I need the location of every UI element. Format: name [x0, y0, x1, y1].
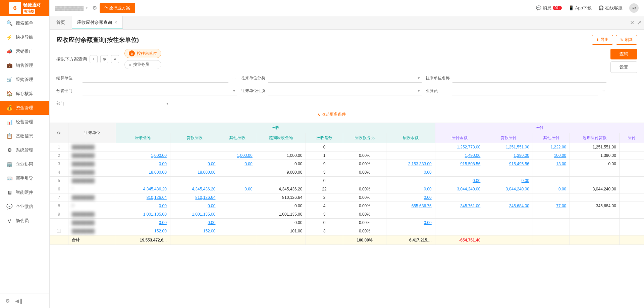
- add-filter-button[interactable]: +: [90, 55, 98, 63]
- sidebar-label-11: 新手引导: [16, 175, 33, 181]
- tab-receivable-query[interactable]: 应收应付余额查询 ×: [72, 16, 123, 29]
- partner-name-blurred: ████████: [72, 220, 95, 225]
- sidebar-collapse-icon[interactable]: ◀❚: [15, 298, 23, 304]
- online-service-button[interactable]: 🎧 在线客服: [598, 5, 623, 11]
- sidebar-icon-10: 🏢: [6, 161, 12, 167]
- user-avatar[interactable]: Rit: [629, 3, 639, 13]
- refresh-icon: ↻: [620, 38, 624, 42]
- table-payable-group-header: 应付: [435, 123, 644, 133]
- data-table-area: ⚙ 往来单位 应收 应付 应收金额贷款应收其他应收超期应收金额应收笔数应收款占比…: [50, 123, 644, 308]
- table-row: 8P0.000.000.0040.00%655,636.75345,761.00…: [50, 202, 644, 210]
- partner-name-blurred: ████████: [72, 178, 95, 183]
- sidebar-item-营销推广[interactable]: 📣营销推广: [0, 44, 49, 58]
- partner-nature-select[interactable]: [268, 86, 422, 95]
- partner-name-field: 往来单位名称: [426, 73, 606, 83]
- refresh-button[interactable]: ↻ 刷新: [616, 35, 637, 45]
- content-area: 应收应付余额查询(按往来单位) ⬆ 导出 ↻ 刷新 按以下方案查询: [50, 30, 644, 308]
- footer-cell-11: [533, 235, 570, 245]
- query-button[interactable]: 查询: [610, 49, 637, 59]
- sidebar-icon-13: 💬: [6, 204, 12, 210]
- sidebar-icon-0: 🔍: [6, 20, 12, 26]
- table-settings-col[interactable]: ⚙: [50, 123, 68, 143]
- dept-select[interactable]: [83, 99, 170, 108]
- sidebar-icon-5: 🏠: [6, 91, 12, 97]
- col-recv-应收笔数: 应收笔数: [306, 133, 343, 143]
- export-button[interactable]: ⬆ 导出: [592, 35, 613, 45]
- sidebar-item-快捷导航[interactable]: ⚡快捷导航: [0, 30, 49, 44]
- filter-by-salesperson-tag[interactable]: ○ 按业务员: [124, 60, 161, 69]
- app-download-icon: 📱: [569, 5, 574, 10]
- settings-filter-button[interactable]: ⊕: [100, 55, 108, 63]
- sidebar-item-基础信息[interactable]: 📋基础信息: [0, 129, 49, 143]
- industry-solution-button[interactable]: 体验行业方案: [100, 3, 135, 13]
- salesperson-input[interactable]: [452, 86, 598, 95]
- partner-name-input[interactable]: [452, 73, 606, 83]
- message-badge: 99+: [553, 6, 562, 10]
- page-header-actions: ⬆ 导出 ↻ 刷新: [592, 35, 637, 45]
- sidebar-item-销售管理[interactable]: 💼销售管理: [0, 58, 49, 73]
- sidebar-item-库存核算[interactable]: 🏠库存核算: [0, 87, 49, 101]
- table-row: 3████████0.000.000.000.0090.00%2,153,333…: [50, 160, 644, 168]
- sidebar-item-经营管理[interactable]: 📊经营管理: [0, 115, 49, 129]
- topbar-gear-icon[interactable]: ⚙: [92, 5, 97, 11]
- tab-maximize-icon[interactable]: ⤢: [637, 19, 641, 26]
- branch-dept-label: 分管部门: [56, 88, 80, 94]
- setting-button[interactable]: 设置: [610, 61, 637, 73]
- sidebar-item-采购管理[interactable]: 🛒采购管理: [0, 73, 49, 87]
- partner-category-select[interactable]: [268, 73, 422, 83]
- sidebar-item-智能硬件[interactable]: 🖥智能硬件: [0, 185, 49, 200]
- filter-by-partner-tag[interactable]: ⊕ 按往来单位: [124, 49, 161, 58]
- collapse-label: 收起更多条件: [322, 112, 346, 117]
- branch-dept-select[interactable]: [83, 86, 237, 95]
- sidebar-settings-icon[interactable]: ⚙: [5, 298, 10, 304]
- message-label: 消息: [543, 5, 551, 11]
- sidebar-label-2: 营销推广: [16, 48, 33, 54]
- sidebar-icon-1: ⚡: [6, 34, 12, 40]
- app-download-label: App下载: [575, 5, 592, 11]
- col-pay-贷款应付: 贷款应付: [484, 133, 533, 143]
- footer-cell-9: -654,751.40: [435, 235, 484, 245]
- sidebar-item-企业协同[interactable]: 🏢企业协同: [0, 157, 49, 171]
- footer-cell-4: [219, 235, 256, 245]
- tab-close-window-icon[interactable]: ✕: [630, 19, 634, 26]
- branch-dept-field: 分管部门 ▼: [56, 86, 237, 95]
- sidebar-label-5: 库存核算: [16, 91, 33, 97]
- messages-button[interactable]: 💬 消息 99+: [536, 5, 562, 11]
- collapse-conditions-button[interactable]: ∧ 收起更多条件: [56, 112, 606, 117]
- sidebar-icon-8: 📋: [6, 133, 12, 139]
- app-logo-icon: 6: [9, 2, 21, 14]
- partner-name-blurred: ████████: [72, 212, 95, 217]
- data-table: ⚙ 往来单位 应收 应付 应收金额贷款应收其他应收超期应收金额应收笔数应收款占比…: [50, 123, 644, 245]
- tab-close-icon[interactable]: ×: [115, 20, 117, 25]
- sidebar-item-新手引导[interactable]: 📖新手引导: [0, 171, 49, 185]
- collapse-icon: ∧: [317, 112, 320, 117]
- collapse-filter-button[interactable]: «: [111, 55, 119, 63]
- sidebar-item-畅会员[interactable]: V畅会员: [0, 214, 49, 228]
- page-header: 应收应付余额查询(按往来单位) ⬆ 导出 ↻ 刷新: [50, 30, 644, 45]
- footer-cell-13: [620, 235, 644, 245]
- sidebar-item-系统管理[interactable]: ⚙系统管理: [0, 143, 49, 157]
- sidebar-item-企业微信[interactable]: 💬企业微信: [0, 200, 49, 214]
- salesperson-more-icon[interactable]: ···: [600, 88, 606, 93]
- partner-name-blurred: ████████: [72, 170, 95, 175]
- settlement-unit-input[interactable]: [83, 73, 228, 83]
- sidebar-label-0: 搜索菜单: [16, 20, 33, 26]
- sidebar-item-搜索菜单[interactable]: 🔍搜索菜单: [0, 16, 49, 30]
- footer-cell-1: 合计: [68, 235, 116, 245]
- sidebar-icon-6: 💰: [6, 105, 12, 111]
- col-recv-贷款应收: 贷款应收: [170, 133, 219, 143]
- sidebar-icon-12: 🖥: [6, 190, 12, 195]
- settlement-unit-more-icon[interactable]: ···: [231, 76, 237, 80]
- sidebar-icon-7: 📊: [6, 119, 12, 125]
- tab-home[interactable]: 首页: [50, 16, 72, 29]
- table-receivable-group-header: 应收: [116, 123, 435, 133]
- online-service-icon: 🎧: [598, 5, 604, 10]
- app-download-button[interactable]: 📱 App下载: [569, 5, 592, 11]
- brand-badge: 标准版: [23, 9, 35, 14]
- sidebar-icon-3: 💼: [6, 62, 12, 69]
- tab-bar: 首页 应收应付余额查询 × ✕ ⤢: [50, 16, 644, 30]
- table-row: 5████████00.000.00: [50, 177, 644, 185]
- tab-active-label: 应收应付余额查询: [77, 19, 112, 26]
- partner-nature-select-wrap: ▼: [268, 86, 422, 95]
- sidebar-item-资金管理[interactable]: 💰资金管理: [0, 101, 49, 115]
